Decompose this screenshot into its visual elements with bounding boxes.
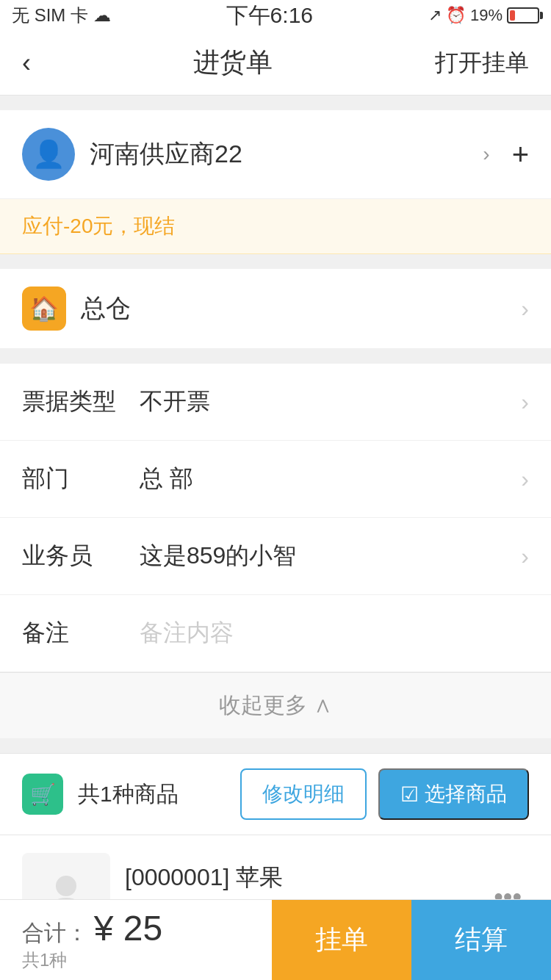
warehouse-arrow-icon: › (521, 295, 529, 323)
sales-arrow-icon: › (521, 543, 529, 570)
section-gap-4 (0, 738, 551, 753)
form-section: 票据类型 不开票 › 部门 总 部 › 业务员 这是859的小智 › 备注 备注… (0, 364, 551, 672)
remark-row[interactable]: 备注 备注内容 (0, 595, 551, 672)
back-button[interactable]: ‹ (22, 48, 31, 79)
total-section: 合计： ¥ 25 共1种 (0, 908, 272, 972)
page-title: 进货单 (193, 45, 273, 81)
sales-value: 这是859的小智 (140, 540, 521, 572)
bottom-bar: 合计： ¥ 25 共1种 挂单 结算 (0, 899, 551, 980)
dept-value: 总 部 (140, 463, 521, 495)
sim-status: 无 SIM 卡 ☁ (12, 4, 111, 27)
total-amount: ¥ 25 (94, 909, 162, 948)
sales-label: 业务员 (22, 540, 125, 572)
product-title: 苹果 (236, 864, 283, 890)
checkout-button[interactable]: 结算 (411, 900, 551, 981)
total-line: 合计： ¥ 25 (22, 908, 250, 948)
supplier-arrow-icon: › (483, 143, 489, 166)
total-label: 合计： (22, 920, 88, 945)
invoice-label: 票据类型 (22, 386, 125, 418)
remark-label: 备注 (22, 617, 125, 649)
status-left: 无 SIM 卡 ☁ (12, 4, 111, 27)
supplier-section: 👤 河南供应商22 › + 应付-20元，现结 (0, 110, 551, 254)
nav-signal: ↗ (428, 6, 442, 25)
alarm-icon: ⏰ (446, 6, 466, 25)
supplier-row[interactable]: 👤 河南供应商22 › + (0, 110, 551, 199)
dept-row[interactable]: 部门 总 部 › (0, 441, 551, 518)
supplier-name: 河南供应商22 (90, 137, 483, 171)
status-bar: 无 SIM 卡 ☁ 下午6:16 ↗ ⏰ 19% (0, 0, 551, 31)
avatar-icon: 👤 (32, 139, 65, 170)
warehouse-row[interactable]: 🏠 总仓 › (0, 269, 551, 349)
warehouse-section: 🏠 总仓 › (0, 269, 551, 349)
product-header: 🛒 共1种商品 修改明细 ☑ 选择商品 (0, 753, 551, 835)
invoice-row[interactable]: 票据类型 不开票 › (0, 364, 551, 441)
warehouse-name: 总仓 (81, 292, 521, 325)
invoice-arrow-icon: › (521, 389, 529, 416)
dept-label: 部门 (22, 463, 125, 495)
supplier-avatar: 👤 (22, 128, 75, 181)
svg-point-0 (56, 876, 76, 896)
collapse-button[interactable]: 收起更多 ∧ (0, 672, 551, 738)
select-icon: ☑ (400, 782, 419, 807)
dept-arrow-icon: › (521, 466, 529, 493)
section-gap-1 (0, 96, 551, 110)
total-count: 共1种 (22, 948, 250, 972)
pending-button[interactable]: 挂单 (272, 900, 411, 981)
select-product-button[interactable]: ☑ 选择商品 (378, 768, 529, 820)
product-name: [0000001] 苹果 (125, 862, 486, 894)
select-label: 选择商品 (425, 780, 507, 808)
notice-bar: 应付-20元，现结 (0, 199, 551, 254)
battery-icon (507, 7, 539, 24)
status-right: ↗ ⏰ 19% (428, 6, 539, 25)
invoice-value: 不开票 (140, 386, 521, 418)
modify-detail-button[interactable]: 修改明细 (240, 768, 367, 820)
open-pending-button[interactable]: 打开挂单 (435, 47, 529, 79)
product-code: [0000001] (125, 864, 229, 890)
section-gap-3 (0, 349, 551, 364)
add-supplier-button[interactable]: + (512, 138, 529, 171)
warehouse-icon: 🏠 (22, 287, 66, 331)
sales-row[interactable]: 业务员 这是859的小智 › (0, 518, 551, 595)
cart-icon: 🛒 (30, 782, 56, 807)
product-count-icon: 🛒 (22, 774, 63, 815)
section-gap-2 (0, 254, 551, 269)
product-count-text: 共1种商品 (78, 779, 240, 810)
battery-percent: 19% (470, 6, 503, 25)
remark-input[interactable]: 备注内容 (140, 617, 529, 649)
status-time: 下午6:16 (226, 1, 313, 31)
nav-bar: ‹ 进货单 打开挂单 (0, 31, 551, 96)
